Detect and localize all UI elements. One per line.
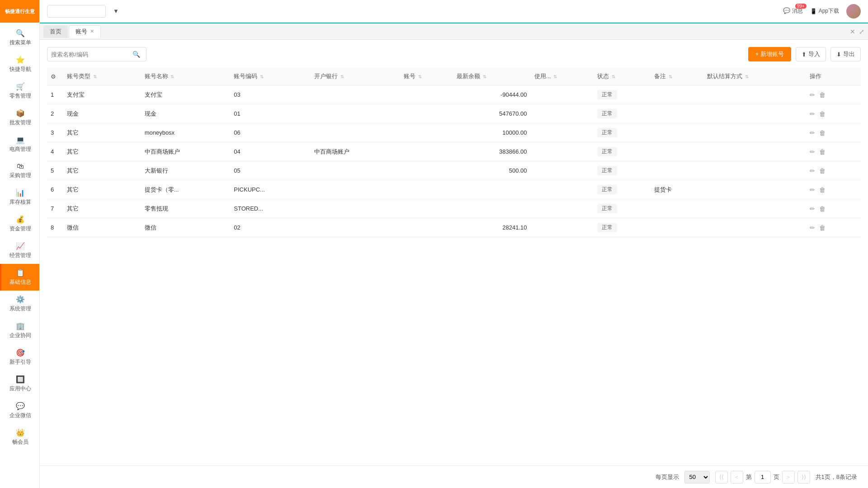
message-badge[interactable]: 💬 99+ 消息 (783, 7, 803, 15)
search-box[interactable]: 🔍 (47, 47, 146, 61)
edit-button[interactable]: ✏ (810, 148, 815, 155)
sidebar-item-label: 搜索菜单 (9, 39, 31, 47)
export-button[interactable]: ⬇ 导出 (830, 47, 861, 61)
status-badge: 正常 (597, 166, 617, 175)
delete-button[interactable]: 🗑 (819, 110, 826, 117)
finance-icon: 💰 (16, 215, 25, 224)
sidebar-item-purchase[interactable]: 🛍 采购管理 (0, 158, 39, 184)
page-first-btn[interactable]: ⟨⟨ (715, 471, 728, 483)
edit-button[interactable]: ✏ (810, 224, 815, 231)
main-area: ▼ 💬 99+ 消息 📱 App下载 首页 账号 ✕ ✕ ⤢ (40, 0, 868, 488)
edit-button[interactable]: ✏ (810, 129, 815, 136)
col-type[interactable]: 账号类型 ⇅ (63, 68, 141, 85)
delete-button[interactable]: 🗑 (819, 91, 826, 99)
sidebar-item-ecommerce[interactable]: 💻 电商管理 (0, 131, 39, 158)
page-next-btn[interactable]: ＞ (782, 471, 795, 483)
cell-remark (651, 218, 703, 237)
cell-bank (311, 123, 400, 142)
sidebar-item-wholesale[interactable]: 📦 批发管理 (0, 104, 39, 131)
delete-button[interactable]: 🗑 (819, 205, 826, 212)
col-bank[interactable]: 开户银行 ⇅ (311, 68, 400, 85)
col-status[interactable]: 状态 ⇅ (594, 68, 651, 85)
edit-button[interactable]: ✏ (810, 167, 815, 174)
topbar: ▼ 💬 99+ 消息 📱 App下载 (40, 0, 868, 23)
page-size-select[interactable]: 50 100 (684, 471, 710, 483)
cell-num: 8 (47, 218, 63, 237)
content-area: 🔍 + 新增账号 ⬆ 导入 ⬇ 导出 ⚙ 账号类型 ⇅ 账号名称 (40, 40, 868, 465)
system-icon: ⚙️ (16, 295, 25, 304)
sidebar-item-enterprise[interactable]: 🏢 企业协同 (0, 317, 39, 344)
sidebar-item-beginner[interactable]: 🎯 新手引导 (0, 344, 39, 371)
page-prev-btn[interactable]: ＜ (731, 471, 743, 483)
col-code[interactable]: 账号编码 ⇅ (230, 68, 311, 85)
page-last-btn[interactable]: ⟩⟩ (797, 471, 810, 483)
status-badge: 正常 (597, 90, 617, 99)
import-button[interactable]: ⬆ 导入 (796, 47, 826, 61)
topbar-search-input[interactable] (47, 5, 106, 18)
sidebar-item-label: 系统管理 (9, 305, 31, 313)
sidebar-item-inventory[interactable]: 📊 库存核算 (0, 184, 39, 211)
delete-button[interactable]: 🗑 (819, 186, 826, 193)
cell-num: 7 (47, 199, 63, 218)
page-number-input[interactable] (755, 471, 771, 483)
table-row: 4 其它 中百商场账户 04 中百商场账户 383866.00 正常 ✏ 🗑 (47, 142, 861, 161)
cell-type: 其它 (63, 199, 141, 218)
tab-home[interactable]: 首页 (43, 25, 68, 38)
message-label: 消息 (792, 8, 803, 14)
user-avatar[interactable] (846, 4, 861, 19)
sidebar-item-operations[interactable]: 📈 经营管理 (0, 237, 39, 264)
sidebar-item-enterprise-wechat[interactable]: 💬 企业微信 (0, 397, 39, 424)
delete-button[interactable]: 🗑 (819, 224, 826, 231)
app-download-btn[interactable]: 📱 App下载 (810, 7, 839, 15)
edit-button[interactable]: ✏ (810, 91, 815, 99)
sidebar-item-app-center[interactable]: 🔲 应用中心 (0, 371, 39, 397)
cell-name: 现金 (141, 104, 231, 123)
sidebar-item-basic-info[interactable]: 📋 基础信息 (0, 264, 39, 291)
tab-account[interactable]: 账号 ✕ (69, 25, 101, 38)
tab-close-icon[interactable]: ✕ (90, 28, 94, 34)
col-balance[interactable]: 最新余额 ⇅ (453, 68, 531, 85)
col-name[interactable]: 账号名称 ⇅ (141, 68, 231, 85)
sidebar-item-system[interactable]: ⚙️ 系统管理 (0, 291, 39, 317)
cell-default-payment (703, 142, 806, 161)
sidebar-item-retail[interactable]: 🛒 零售管理 (0, 78, 39, 104)
edit-button[interactable]: ✏ (810, 205, 815, 212)
tab-maximize-icon[interactable]: ⤢ (859, 28, 864, 35)
cell-balance (453, 180, 531, 199)
cell-num: 2 (47, 104, 63, 123)
sidebar-item-label: 零售管理 (9, 92, 31, 100)
page-unit: 页 (774, 473, 779, 481)
retail-icon: 🛒 (16, 82, 25, 91)
sidebar-item-finance[interactable]: 💰 资金管理 (0, 211, 39, 237)
cell-remark (651, 123, 703, 142)
edit-button[interactable]: ✏ (810, 186, 815, 193)
quick-nav-icon: ⭐ (16, 56, 25, 64)
search-input[interactable] (51, 51, 132, 58)
sidebar-item-quick-nav[interactable]: ⭐ 快捷导航 (0, 51, 39, 78)
add-account-button[interactable]: + 新增账号 (748, 47, 791, 61)
col-default-payment[interactable]: 默认结算方式 ⇅ (703, 68, 806, 85)
tab-close-window-icon[interactable]: ✕ (850, 28, 855, 35)
topbar-dropdown[interactable]: ▼ (113, 8, 119, 14)
cell-account (400, 104, 453, 123)
delete-button[interactable]: 🗑 (819, 167, 826, 174)
cell-action: ✏ 🗑 (806, 161, 861, 180)
col-usage[interactable]: 使用... ⇅ (531, 68, 594, 85)
edit-button[interactable]: ✏ (810, 110, 815, 117)
logo-text: 畅捷通行生意 (5, 8, 35, 14)
message-count: 99+ (795, 4, 807, 9)
delete-button[interactable]: 🗑 (819, 148, 826, 155)
col-account[interactable]: 账号 ⇅ (400, 68, 453, 85)
wholesale-icon: 📦 (16, 109, 25, 117)
cell-action: ✏ 🗑 (806, 142, 861, 161)
col-remark[interactable]: 备注 ⇅ (651, 68, 703, 85)
inventory-icon: 📊 (16, 188, 25, 197)
sidebar-item-label: 新手引导 (9, 358, 31, 366)
sidebar-item-vip[interactable]: 👑 畅会员 (0, 424, 39, 450)
cell-usage (531, 161, 594, 180)
sidebar-item-label: 企业协同 (9, 332, 31, 339)
delete-button[interactable]: 🗑 (819, 129, 826, 136)
sidebar-item-search-orders[interactable]: 🔍 搜索菜单 (0, 24, 39, 51)
status-badge: 正常 (597, 185, 617, 194)
settings-icon[interactable]: ⚙ (51, 73, 56, 80)
